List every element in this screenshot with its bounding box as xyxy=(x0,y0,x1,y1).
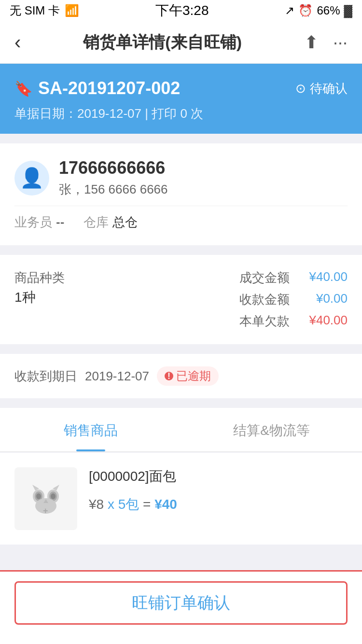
overdue-badge: ! 已逾期 xyxy=(157,366,219,386)
wifi-icon: 📶 xyxy=(65,4,79,17)
header-card: 🔖 SA-20191207-002 ⊙ 待确认 单据日期：2019-12-07 … xyxy=(0,64,362,134)
share-icon[interactable]: ⬆ xyxy=(304,32,319,53)
due-date-card: 收款到期日 2019-12-07 ! 已逾期 xyxy=(0,354,362,398)
status-right: ↗ ⏰ 66% ▓ xyxy=(285,4,352,17)
status-carrier: 无 SIM 卡 📶 xyxy=(10,3,79,18)
status-badge: ⊙ 待确认 xyxy=(295,80,348,97)
customer-sub: 张，156 6666 6666 xyxy=(59,181,168,198)
tabs-row: 销售商品 结算&物流等 xyxy=(0,408,362,452)
order-id-icon: 🔖 xyxy=(14,80,32,97)
back-button[interactable]: ‹ xyxy=(14,31,21,53)
product-thumbnail: + xyxy=(14,467,77,530)
bottom-bar: 旺铺订单确认 xyxy=(0,570,362,644)
svg-point-5 xyxy=(51,493,56,499)
overdue-warning-icon: ! xyxy=(165,372,173,380)
svg-text:+: + xyxy=(43,506,48,516)
status-bar: 无 SIM 卡 📶 下午3:28 ↗ ⏰ 66% ▓ xyxy=(0,0,362,21)
status-time: 下午3:28 xyxy=(155,1,209,20)
battery-icon: ▓ xyxy=(344,4,353,17)
received-amount-row: 收款金额 ¥0.00 xyxy=(239,291,348,308)
product-price: ¥8 x 5包 = ¥40 xyxy=(89,495,348,514)
page-title: 销货单详情(来自旺铺) xyxy=(83,31,242,54)
nav-bar: ‹ 销货单详情(来自旺铺) ⬆ ··· xyxy=(0,21,362,64)
product-logo-svg: + xyxy=(27,482,65,516)
order-date: 单据日期：2019-12-07 | 打印 0 次 xyxy=(14,105,348,122)
customer-card: 👤 17666666666 张，156 6666 6666 业务员 -- 仓库 … xyxy=(0,143,362,245)
avatar: 👤 xyxy=(14,161,49,196)
location-icon: ↗ xyxy=(285,4,294,17)
summary-card: 商品种类 1种 成交金额 ¥40.00 收款金额 ¥0.00 本单欠款 ¥40.… xyxy=(0,255,362,344)
more-icon[interactable]: ··· xyxy=(333,32,348,53)
product-name: [0000002]面包 xyxy=(89,467,348,486)
product-card: + [0000002]面包 ¥8 x 5包 = ¥40 xyxy=(0,453,362,545)
nav-actions: ⬆ ··· xyxy=(304,32,348,53)
customer-meta: 业务员 -- 仓库 总仓 xyxy=(14,206,348,231)
avatar-icon: 👤 xyxy=(20,167,44,189)
clock-icon: ⊙ xyxy=(295,81,306,96)
confirm-order-button[interactable]: 旺铺订单确认 xyxy=(14,581,348,625)
tabs-container: 销售商品 结算&物流等 xyxy=(0,408,362,452)
deal-amount-row: 成交金额 ¥40.00 xyxy=(239,269,348,286)
order-id: 🔖 SA-20191207-002 xyxy=(14,78,180,98)
due-date: 2019-12-07 xyxy=(85,369,149,384)
owed-amount-row: 本单欠款 ¥40.00 xyxy=(239,313,348,330)
salesman-field: 业务员 -- xyxy=(14,214,64,231)
svg-point-4 xyxy=(36,493,41,499)
amounts: 成交金额 ¥40.00 收款金额 ¥0.00 本单欠款 ¥40.00 xyxy=(239,269,348,330)
tab-sales-products[interactable]: 销售商品 xyxy=(0,408,181,451)
customer-phone: 17666666666 xyxy=(59,158,168,178)
product-type: 商品种类 1种 xyxy=(14,269,65,307)
tab-settlement[interactable]: 结算&物流等 xyxy=(181,408,362,451)
warehouse-field: 仓库 总仓 xyxy=(84,214,138,231)
alarm-icon: ⏰ xyxy=(298,4,313,17)
product-info: [0000002]面包 ¥8 x 5包 = ¥40 xyxy=(89,467,348,530)
